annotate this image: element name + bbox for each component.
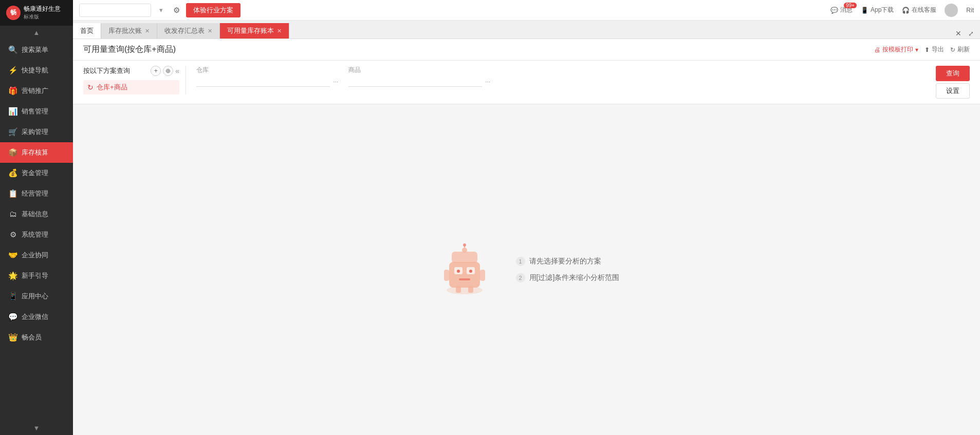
scheme-collapse-button[interactable]: «	[175, 67, 179, 75]
purchase-icon: 🛒	[8, 127, 17, 137]
sidebar-item-basic[interactable]: 🗂 基础信息	[0, 204, 73, 224]
tab-available[interactable]: 可用量库存账本 ✕	[220, 23, 289, 39]
app-label: App下载	[871, 6, 894, 14]
export-label: 导出	[932, 45, 944, 54]
sidebar-item-operation[interactable]: 📋 经营管理	[0, 183, 73, 204]
service-button[interactable]: 🎧 在线客服	[902, 6, 936, 14]
shortcut-icon: ⚡	[8, 66, 17, 75]
topbar-search-box[interactable]	[79, 4, 151, 17]
filter-goods-row: ···	[348, 77, 490, 87]
sidebar-item-label: 应用中心	[22, 292, 48, 301]
tip-text-2: 用[过滤]条件来缩小分析范围	[529, 273, 620, 282]
sidebar-item-purchase[interactable]: 🛒 采购管理	[0, 122, 73, 142]
right-action-bar: 查询 设置	[936, 66, 970, 99]
trial-button[interactable]: 体验行业方案	[186, 3, 241, 17]
scheme-item-label: 仓库+商品	[97, 83, 127, 92]
query-scheme-panel: 按以下方案查询 + ⊕ « ↻ 仓库+商品	[83, 66, 186, 94]
topbar-gear-icon[interactable]: ⚙	[171, 5, 182, 16]
filter-warehouse-input[interactable]	[196, 77, 330, 87]
svg-rect-1	[449, 262, 480, 288]
sidebar-item-enterprise[interactable]: 🤝 企业协同	[0, 245, 73, 266]
query-scheme-actions: + ⊕ «	[151, 66, 179, 76]
wechat-icon: 💬	[8, 312, 17, 321]
sidebar-item-label: 库存核算	[22, 148, 48, 157]
sidebar-item-marketing[interactable]: 🎁 营销推广	[0, 81, 73, 101]
main-area: ▾ ⚙ 体验行业方案 💬 消息 99+ 📱 App下载 🎧 在线客服 Rit 首…	[73, 0, 980, 435]
print-icon: 🖨	[874, 46, 880, 53]
empty-state: 1 请先选择要分析的方案 2 用[过滤]条件来缩小分析范围	[73, 104, 980, 435]
sidebar-item-system[interactable]: ⚙ 系统管理	[0, 224, 73, 245]
tip-num-1: 1	[516, 257, 525, 266]
sidebar-item-member[interactable]: 👑 畅会员	[0, 327, 73, 348]
sidebar-item-newguide[interactable]: 🌟 新手引导	[0, 266, 73, 286]
scheme-item-icon: ↻	[87, 83, 94, 91]
search-input[interactable]	[84, 7, 135, 14]
tabbar-actions: ✕ ⤢	[953, 28, 980, 39]
topbar-dropdown-icon[interactable]: ▾	[155, 5, 167, 16]
newguide-icon: 🌟	[8, 271, 17, 280]
tab-home-label: 首页	[80, 26, 94, 35]
tab-batch-close[interactable]: ✕	[145, 28, 150, 34]
empty-tip-1: 1 请先选择要分析的方案	[516, 257, 620, 266]
marketing-icon: 🎁	[8, 86, 17, 96]
sidebar-logo-info: 畅康通好生意 标准版	[24, 5, 61, 21]
notice-badge: 99+	[844, 3, 857, 8]
scheme-item-warehouse-goods[interactable]: ↻ 仓库+商品	[83, 80, 179, 94]
scheme-add-button[interactable]: +	[151, 66, 161, 76]
tab-summary[interactable]: 收发存汇总表 ✕	[157, 23, 220, 39]
empty-tips: 1 请先选择要分析的方案 2 用[过滤]条件来缩小分析范围	[516, 257, 620, 282]
filter-warehouse-more-button[interactable]: ···	[333, 78, 338, 85]
app-icon: 📱	[861, 7, 868, 14]
app-download-button[interactable]: 📱 App下载	[861, 6, 894, 14]
sidebar-scroll-down[interactable]: ▼	[0, 421, 73, 435]
sidebar-item-label: 采购管理	[22, 127, 48, 137]
print-label: 按模板打印	[882, 45, 913, 54]
sidebar-scroll-up[interactable]: ▲	[0, 26, 73, 40]
filter-goods-input[interactable]	[348, 77, 482, 87]
filter-warehouse: 仓库 ···	[196, 66, 338, 87]
tip-num-2: 2	[516, 273, 525, 282]
svg-rect-4	[457, 270, 460, 273]
sidebar-logo: 畅 畅康通好生意 标准版	[6, 5, 67, 21]
sidebar-item-search[interactable]: 🔍 搜索菜单	[0, 40, 73, 60]
sidebar-item-wechat[interactable]: 💬 企业微信	[0, 307, 73, 327]
sidebar-item-label: 企业协同	[22, 251, 48, 260]
sidebar-item-label: 搜索菜单	[22, 45, 48, 54]
sidebar-item-inventory[interactable]: 📦 库存核算	[0, 142, 73, 163]
empty-tip-2: 2 用[过滤]条件来缩小分析范围	[516, 273, 620, 282]
page-title: 可用量查询(按仓库+商品)	[83, 44, 176, 55]
filter-area: 仓库 ··· 商品 ···	[186, 66, 931, 87]
filter-warehouse-row: ···	[196, 77, 338, 87]
sidebar-item-finance[interactable]: 💰 资金管理	[0, 163, 73, 183]
settings-button[interactable]: 设置	[936, 83, 970, 99]
sidebar-item-label: 畅会员	[22, 333, 42, 342]
refresh-button[interactable]: ↻ 刷新	[950, 45, 970, 54]
query-button[interactable]: 查询	[936, 66, 970, 81]
sidebar-item-label: 销售管理	[22, 107, 48, 116]
sidebar-item-sales[interactable]: 📊 销售管理	[0, 101, 73, 122]
tabbar-expand-button[interactable]: ⤢	[966, 28, 976, 39]
print-button[interactable]: 🖨 按模板打印 ▾	[874, 45, 918, 54]
sidebar-header: 畅 畅康通好生意 标准版	[0, 0, 73, 26]
export-button[interactable]: ⬆ 导出	[924, 45, 944, 54]
filter-goods-more-button[interactable]: ···	[485, 78, 490, 85]
filter-goods-label: 商品	[348, 66, 490, 74]
tab-home[interactable]: 首页	[73, 23, 101, 39]
sidebar-item-appstore[interactable]: 📱 应用中心	[0, 286, 73, 307]
sidebar-item-shortcut[interactable]: ⚡ 快捷导航	[0, 60, 73, 81]
svg-rect-9	[456, 287, 461, 293]
tab-batch[interactable]: 库存批次账 ✕	[101, 23, 157, 39]
tab-summary-label: 收发存汇总表	[164, 26, 205, 35]
svg-rect-5	[469, 270, 472, 273]
tabbar-close-button[interactable]: ✕	[953, 28, 964, 39]
tab-available-close[interactable]: ✕	[277, 28, 282, 34]
username-label[interactable]: Rit	[966, 7, 974, 14]
export-icon: ⬆	[924, 46, 930, 53]
query-scheme-header: 按以下方案查询 + ⊕ «	[83, 66, 179, 76]
avatar[interactable]	[945, 4, 958, 17]
tab-summary-close[interactable]: ✕	[208, 28, 212, 34]
service-label: 在线客服	[912, 6, 936, 14]
notice-button[interactable]: 💬 消息 99+	[830, 6, 853, 14]
sidebar-item-label: 经营管理	[22, 189, 48, 198]
scheme-settings-button[interactable]: ⊕	[163, 66, 173, 76]
